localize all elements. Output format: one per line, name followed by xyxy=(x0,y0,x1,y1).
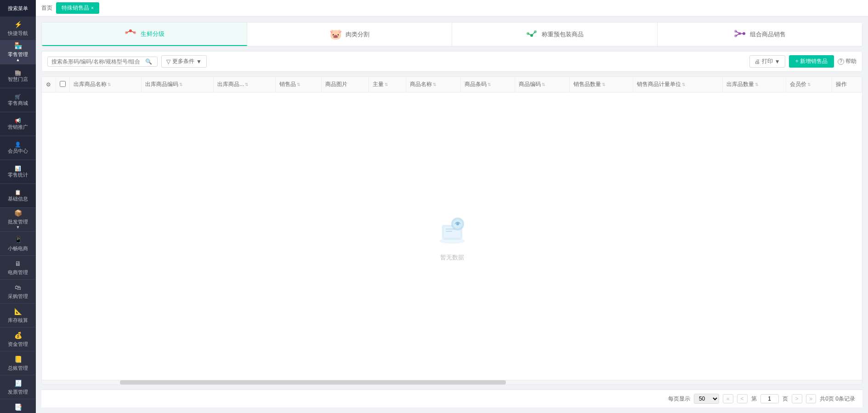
print-button[interactable]: 🖨 打印 ▼ xyxy=(749,55,785,68)
invoice-mgmt-icon: 🧾 xyxy=(14,379,22,387)
sort-icon[interactable]: ⇅ xyxy=(433,82,437,87)
basic-info-icon: 📋 xyxy=(15,189,21,195)
smart-store-icon: 🏬 xyxy=(15,70,21,76)
page-content: 生鲜分级 🐷 肉类分割 称重预包装商品 xyxy=(36,17,868,413)
sidebar-item-inventory[interactable]: 📐 库存核算 xyxy=(0,304,36,327)
total-label: 共0页 0条记录 xyxy=(820,395,855,403)
svg-point-22 xyxy=(456,223,459,225)
svg-rect-23 xyxy=(446,229,455,229)
sort-icon[interactable]: ⇅ xyxy=(488,82,491,87)
th-settings[interactable]: ⚙ xyxy=(42,77,56,92)
print-label: 打印 xyxy=(762,57,773,65)
sidebar-item-wholesale-mgmt[interactable]: 📦 批发管理 ▼ xyxy=(0,208,36,232)
help-button[interactable]: ? 帮助 xyxy=(838,57,857,65)
main-content: 首页 特殊销售品 × xyxy=(36,0,868,413)
data-table: ⚙ 出库商品名称⇅ 出库商品编码⇅ 出库商品...⇅ 销售品⇅ 商品图片 主量⇅… xyxy=(42,77,862,92)
tab-card-group: 生鲜分级 🐷 肉类分割 称重预包装商品 xyxy=(41,22,862,46)
sidebar-item-purchase-mgmt[interactable]: 🛍 采购管理 xyxy=(0,280,36,304)
last-page-button[interactable]: » xyxy=(806,394,817,403)
chevron-down-icon: ▲ xyxy=(16,57,20,63)
th-product-image: 商品图片 xyxy=(321,77,369,92)
col-label: 销售品 xyxy=(279,81,296,87)
sidebar-item-label: 批发管理 xyxy=(8,218,28,225)
sort-icon[interactable]: ⇅ xyxy=(682,82,686,87)
tab-card-combo-sales[interactable]: 组合商品销售 xyxy=(658,23,862,46)
chevron-down-icon: ▼ xyxy=(775,58,780,65)
quick-nav-icon: ⚡ xyxy=(14,20,22,29)
sidebar-item-label: 零售统计 xyxy=(8,172,28,178)
sidebar-item-quick-nav[interactable]: ⚡ 快捷导航 xyxy=(0,17,36,40)
sort-icon[interactable]: ⇅ xyxy=(807,82,811,87)
ecom-mgmt-icon: 🖥 xyxy=(15,259,21,268)
toolbar: 🔍 ▽ 更多条件 ▼ 🖨 打印 ▼ + 新增销售品 ? 帮助 xyxy=(41,51,862,72)
sidebar-item-ecom-mgmt[interactable]: 🖥 电商管理 xyxy=(0,256,36,280)
col-label: 出库商品名称 xyxy=(74,81,107,87)
first-page-button[interactable]: « xyxy=(723,394,733,403)
sort-icon[interactable]: ⇅ xyxy=(755,82,759,87)
col-label: 会员价 xyxy=(790,81,806,87)
table-header-row: ⚙ 出库商品名称⇅ 出库商品编码⇅ 出库商品...⇅ 销售品⇅ 商品图片 主量⇅… xyxy=(42,77,862,92)
sidebar-item-label: 零售管理 xyxy=(8,51,28,57)
sort-icon[interactable]: ⇅ xyxy=(108,82,111,87)
filter-button[interactable]: ▽ 更多条件 ▼ xyxy=(161,55,207,68)
sort-icon[interactable]: ⇅ xyxy=(179,82,183,87)
col-label: 出库商品编码 xyxy=(145,81,178,87)
sidebar-logo[interactable]: 搜索菜单 xyxy=(0,0,36,17)
per-page-select[interactable]: 50 10 20 100 xyxy=(694,394,719,404)
sidebar-item-label: 电商管理 xyxy=(8,269,28,275)
th-checkbox[interactable] xyxy=(56,77,69,92)
sidebar-item-tax-mgmt[interactable]: 📑 税务管理 xyxy=(0,399,36,413)
sort-icon[interactable]: ⇅ xyxy=(385,82,388,87)
close-tab-button[interactable]: × xyxy=(91,6,94,11)
sort-icon[interactable]: ⇅ xyxy=(542,82,545,87)
sidebar-item-member-center[interactable]: 👤 会员中心 xyxy=(0,136,36,160)
inventory-icon: 📐 xyxy=(14,307,22,315)
select-all-checkbox[interactable] xyxy=(60,81,66,87)
th-outbound-code: 出库商品编码⇅ xyxy=(142,77,214,92)
home-link[interactable]: 首页 xyxy=(41,4,52,12)
sidebar-item-retail-stats[interactable]: 📊 零售统计 xyxy=(0,160,36,184)
search-box[interactable]: 🔍 xyxy=(47,57,158,67)
prev-page-button[interactable]: < xyxy=(737,394,748,403)
page-number-input[interactable] xyxy=(760,394,779,403)
th-outbound-name: 出库商品名称⇅ xyxy=(69,77,142,92)
th-product-sku: 商品编码⇅ xyxy=(515,77,570,92)
sidebar-item-invoice-mgmt[interactable]: 🧾 发票管理 xyxy=(0,375,36,399)
sidebar-item-label: 智慧门店 xyxy=(8,76,28,83)
tab-card-fresh-grade[interactable]: 生鲜分级 xyxy=(42,23,247,46)
sidebar-item-mini-ecom[interactable]: 📱 小畅电商 xyxy=(0,232,36,256)
search-input[interactable] xyxy=(51,58,143,65)
tab-card-weight-package[interactable]: 称重预包装商品 xyxy=(452,23,658,46)
scrollbar-thumb[interactable] xyxy=(120,380,506,384)
tab-card-label: 肉类分割 xyxy=(346,30,369,39)
th-outbound-qty: 出库品数量⇅ xyxy=(723,77,786,92)
sidebar-item-retail-mgmt[interactable]: 🏪 零售管理 ▲ xyxy=(0,40,36,64)
sidebar-item-basic-info[interactable]: 📋 基础信息 xyxy=(0,184,36,208)
member-center-icon: 👤 xyxy=(15,142,21,148)
sidebar-item-general-ledger[interactable]: 📒 总账管理 xyxy=(0,351,36,375)
col-label: 主量 xyxy=(373,81,384,87)
sidebar-item-smart-store[interactable]: 🏬 智慧门店 xyxy=(0,64,36,88)
horizontal-scrollbar[interactable] xyxy=(42,380,862,384)
retail-mgmt-icon: 🏪 xyxy=(14,41,22,50)
sort-icon[interactable]: ⇅ xyxy=(602,82,606,87)
meat-division-icon: 🐷 xyxy=(329,29,342,40)
help-label: 帮助 xyxy=(845,57,857,65)
mini-ecom-icon: 📱 xyxy=(14,235,22,244)
sidebar-item-sales-promo[interactable]: 📢 营销推广 xyxy=(0,112,36,136)
sidebar-item-finance[interactable]: 💰 资金管理 xyxy=(0,327,36,351)
add-sales-item-button[interactable]: + 新增销售品 xyxy=(789,55,834,68)
next-page-button[interactable]: > xyxy=(792,394,802,403)
active-tab[interactable]: 特殊销售品 × xyxy=(56,2,99,14)
sort-icon[interactable]: ⇅ xyxy=(297,82,301,87)
tab-card-meat-division[interactable]: 🐷 肉类分割 xyxy=(247,23,453,46)
sidebar-item-label: 采购管理 xyxy=(8,293,28,299)
filter-label: 更多条件 xyxy=(172,57,194,65)
per-page-label: 每页显示 xyxy=(668,395,690,403)
sort-icon[interactable]: ⇅ xyxy=(245,82,249,87)
sales-promo-icon: 📢 xyxy=(15,118,21,124)
col-label: 商品名称 xyxy=(410,81,432,87)
filter-icon: ▽ xyxy=(166,58,170,65)
sidebar-item-retail-mall[interactable]: 🛒 零售商城 xyxy=(0,88,36,112)
finance-icon: 💰 xyxy=(14,331,22,339)
